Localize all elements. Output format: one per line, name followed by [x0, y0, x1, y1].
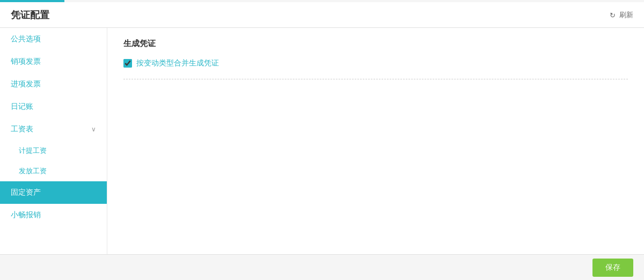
- sidebar-item-public-options[interactable]: 公共选项: [0, 28, 107, 50]
- sidebar-item-label: 销项发票: [11, 57, 41, 67]
- sidebar-item-label: 计提工资: [19, 146, 47, 154]
- save-button[interactable]: 保存: [592, 259, 633, 277]
- content-area: 生成凭证 按变动类型合并生成凭证: [107, 28, 644, 254]
- sidebar-item-pay-salary[interactable]: 发放工资: [0, 161, 107, 181]
- refresh-label: 刷新: [619, 10, 633, 20]
- section-divider: [123, 79, 628, 79]
- page-title: 凭证配置: [11, 9, 49, 21]
- sidebar-item-label: 日记账: [11, 102, 33, 112]
- refresh-icon: ↻: [610, 11, 617, 19]
- sidebar-item-label: 进项发票: [11, 79, 41, 89]
- sidebar-item-sales-invoice[interactable]: 销项发票: [0, 50, 107, 73]
- refresh-button[interactable]: ↻ 刷新: [610, 10, 633, 20]
- sidebar-item-petty-cash[interactable]: 小畅报销: [0, 204, 107, 226]
- checkbox-row: 按变动类型合并生成凭证: [123, 58, 628, 68]
- section-title: 生成凭证: [123, 39, 628, 49]
- sidebar-item-journal[interactable]: 日记账: [0, 95, 107, 118]
- footer: 保存: [0, 254, 644, 280]
- sidebar-item-fixed-assets[interactable]: 固定资产: [0, 181, 107, 204]
- chevron-down-icon: ∨: [91, 126, 96, 133]
- sidebar-item-purchase-invoice[interactable]: 进项发票: [0, 73, 107, 95]
- main-container: 公共选项 销项发票 进项发票 日记账 工资表 ∨ 计提工资 发放工资 固定资产 …: [0, 28, 644, 254]
- sidebar-item-label: 小畅报销: [11, 210, 41, 220]
- sidebar-item-calc-salary[interactable]: 计提工资: [0, 141, 107, 161]
- merge-by-type-label[interactable]: 按变动类型合并生成凭证: [136, 58, 219, 68]
- sidebar-item-label: 发放工资: [19, 167, 47, 175]
- sidebar-item-label: 固定资产: [11, 188, 41, 197]
- sidebar: 公共选项 销项发票 进项发票 日记账 工资表 ∨ 计提工资 发放工资 固定资产 …: [0, 28, 107, 254]
- header: 凭证配置 ↻ 刷新: [0, 2, 644, 28]
- merge-by-type-checkbox[interactable]: [123, 59, 132, 68]
- sidebar-item-label: 工资表: [11, 124, 33, 134]
- sidebar-item-label: 公共选项: [11, 34, 41, 44]
- sidebar-item-payroll[interactable]: 工资表 ∨: [0, 118, 107, 141]
